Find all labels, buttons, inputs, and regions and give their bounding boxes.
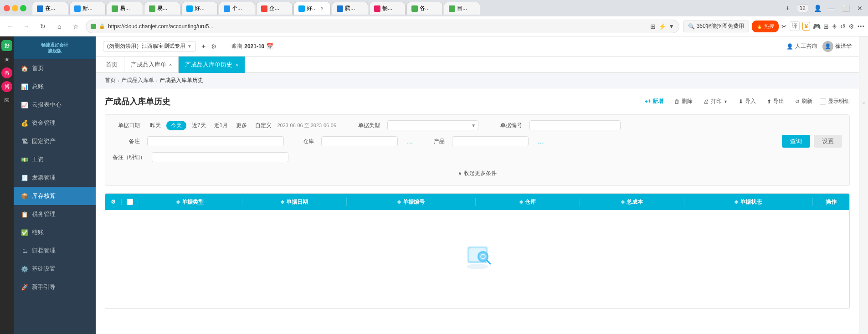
new-tab-btn[interactable]: + xyxy=(782,3,793,14)
preset-7days[interactable]: 近7天 xyxy=(189,121,209,130)
sidebar-item-payroll[interactable]: 💵 工资 xyxy=(14,150,96,169)
lightning-icon[interactable]: ⚡ xyxy=(658,23,666,30)
browser-tab-1[interactable]: 新... xyxy=(69,2,106,15)
window-close-btn[interactable]: ✕ xyxy=(855,5,864,12)
detail-remark-input[interactable] xyxy=(152,152,288,162)
browser-tab-3[interactable]: 易... xyxy=(144,2,180,15)
th-type[interactable]: 单据类型 xyxy=(138,198,242,206)
grid-icon[interactable]: ⊞ xyxy=(650,23,656,30)
calendar-icon[interactable]: 📅 xyxy=(266,43,273,50)
sidebar-item-reports[interactable]: 📈 云报表中心 xyxy=(14,96,96,114)
yuan-icon[interactable]: ¥ xyxy=(802,22,810,31)
no-filter-input[interactable] xyxy=(529,120,621,130)
sidebar-item-inventory[interactable]: 📦 库存核算 xyxy=(14,187,96,205)
breadcrumb-home[interactable]: 首页 xyxy=(105,77,116,84)
sidebar-item-home[interactable]: 🏠 首页 xyxy=(14,59,96,77)
browser-tab-5[interactable]: 个... xyxy=(219,2,255,15)
translate-icon[interactable]: 译 xyxy=(790,21,800,31)
tab-product-in[interactable]: 产成品入库单 × xyxy=(124,57,179,73)
bookmark-btn[interactable]: ☆ xyxy=(69,20,82,33)
print-btn[interactable]: 🖨 打印 ▼ xyxy=(700,96,731,107)
th-gear[interactable]: ⚙ xyxy=(105,199,122,205)
warehouse-dots-btn[interactable]: ... xyxy=(405,137,415,145)
company-selector[interactable]: (勿删勿禁用）江西腺宝测试专用 ▼ xyxy=(103,41,196,51)
close-window-btn[interactable] xyxy=(4,5,10,11)
rail-star[interactable]: ★ xyxy=(1,54,12,65)
sidebar-item-basic[interactable]: ⚙️ 基础设置 xyxy=(14,260,96,278)
forward-btn[interactable]: → xyxy=(20,20,33,33)
th-date[interactable]: 单据日期 xyxy=(242,198,347,206)
sync-icon[interactable]: ↺ xyxy=(840,23,846,30)
sidebar-item-newEntry[interactable]: 🚀 新手引导 xyxy=(14,278,96,296)
sidebar-item-ledger[interactable]: 📊 总账 xyxy=(14,77,96,96)
th-warehouse[interactable]: 仓库 xyxy=(476,198,580,206)
apps-icon[interactable]: ⊞ xyxy=(823,23,829,30)
preset-today[interactable]: 今天 xyxy=(166,121,186,130)
window-max-btn[interactable]: ⬜ xyxy=(840,5,852,12)
browser-tab-10[interactable]: 各... xyxy=(406,2,443,15)
browser-tab-8[interactable]: 腾... xyxy=(332,2,368,15)
sidebar-item-funds[interactable]: 💰 资金管理 xyxy=(14,114,96,132)
settings-filter-btn[interactable]: 设置 xyxy=(814,135,842,148)
tab-close-active[interactable]: × xyxy=(318,5,326,12)
maximize-window-btn[interactable] xyxy=(20,5,26,11)
new-btn[interactable]: + + 新增 xyxy=(641,96,667,107)
rail-app1[interactable]: 微 xyxy=(1,67,12,78)
sidebar-item-assets[interactable]: 🏗 固定资产 xyxy=(14,132,96,150)
more-icon[interactable]: ⋯ xyxy=(857,22,864,31)
print-dropdown-icon[interactable]: ▼ xyxy=(724,99,728,104)
delete-btn[interactable]: 🗑 删除 xyxy=(671,96,696,107)
breadcrumb-list[interactable]: 产成品入库单 xyxy=(121,77,154,84)
th-check[interactable] xyxy=(122,199,138,205)
rail-app2[interactable]: 博 xyxy=(1,81,12,92)
sidebar-item-invoice[interactable]: 🧾 发票管理 xyxy=(14,169,96,187)
refresh-nav-btn[interactable]: ↻ xyxy=(36,20,49,33)
th-cost[interactable]: 总成本 xyxy=(580,198,684,206)
warehouse-input[interactable] xyxy=(321,136,398,146)
tab-product-in-history[interactable]: 产成品入库单历史 × xyxy=(179,57,245,73)
rail-mail[interactable]: ✉ xyxy=(1,95,12,106)
tab-product-in-history-close[interactable]: × xyxy=(235,62,238,67)
add-company-btn[interactable]: + xyxy=(201,42,205,51)
dropdown-icon[interactable]: ▼ xyxy=(669,23,674,30)
product-input[interactable] xyxy=(452,136,529,146)
import-btn[interactable]: ⬇ 导入 xyxy=(735,96,760,107)
address-bar[interactable]: 🔒 https://cloud.chanjet.com/accounting/u… xyxy=(86,20,679,33)
rail-logo[interactable]: 好 xyxy=(1,40,12,51)
preset-more[interactable]: 更多 xyxy=(233,121,250,130)
profile-icon[interactable]: 👤 xyxy=(812,3,823,14)
tab-home[interactable]: 首页 xyxy=(99,57,124,73)
browser-tab-4[interactable]: 好... xyxy=(181,2,218,15)
query-btn[interactable]: 查询 xyxy=(782,135,810,148)
back-btn[interactable]: ← xyxy=(4,20,16,33)
home-nav-btn[interactable]: ⌂ xyxy=(53,20,66,33)
display-detail-checkbox[interactable] xyxy=(820,98,826,105)
settings-browser-icon[interactable]: ⚙ xyxy=(848,23,854,30)
type-select-wrap[interactable]: ▼ xyxy=(387,120,478,130)
preset-yesterday[interactable]: 昨天 xyxy=(147,121,164,130)
th-no[interactable]: 单据编号 xyxy=(347,198,475,206)
header-checkbox[interactable] xyxy=(127,199,133,205)
sidebar-item-archive[interactable]: 🗂 归档管理 xyxy=(14,242,96,260)
hot-search-btn[interactable]: 🔥 热搜 xyxy=(752,21,779,32)
remark-input[interactable] xyxy=(147,136,284,146)
minimize-window-btn[interactable] xyxy=(12,5,18,11)
browser-tab-0[interactable]: 在... xyxy=(32,2,68,15)
browser-tab-2[interactable]: 易... xyxy=(107,2,143,15)
tab-product-in-close[interactable]: × xyxy=(169,62,172,67)
refresh-content-btn[interactable]: ↺ 刷新 xyxy=(791,96,816,107)
product-dots-btn[interactable]: ... xyxy=(536,137,545,145)
browser-tab-9[interactable]: 畅... xyxy=(369,2,406,15)
window-min-btn[interactable]: — xyxy=(827,5,837,12)
settings-btn-topbar[interactable]: ⚙ xyxy=(211,43,217,50)
type-select[interactable] xyxy=(387,120,478,130)
collapse-bar[interactable]: ∧ 收起更多条件 xyxy=(113,167,842,180)
browser-tab-7[interactable]: 好... × xyxy=(293,2,331,15)
sidebar-item-tax[interactable]: 📋 税务管理 xyxy=(14,205,96,223)
sidebar-item-settle[interactable]: ✅ 结账 xyxy=(14,223,96,242)
th-status[interactable]: 单据状态 xyxy=(684,198,813,206)
preset-1month[interactable]: 近1月 xyxy=(211,121,231,130)
brightness-icon[interactable]: ☀ xyxy=(832,23,837,30)
scissors-icon[interactable]: ✂ xyxy=(781,23,787,30)
preset-custom[interactable]: 自定义 xyxy=(252,121,274,130)
